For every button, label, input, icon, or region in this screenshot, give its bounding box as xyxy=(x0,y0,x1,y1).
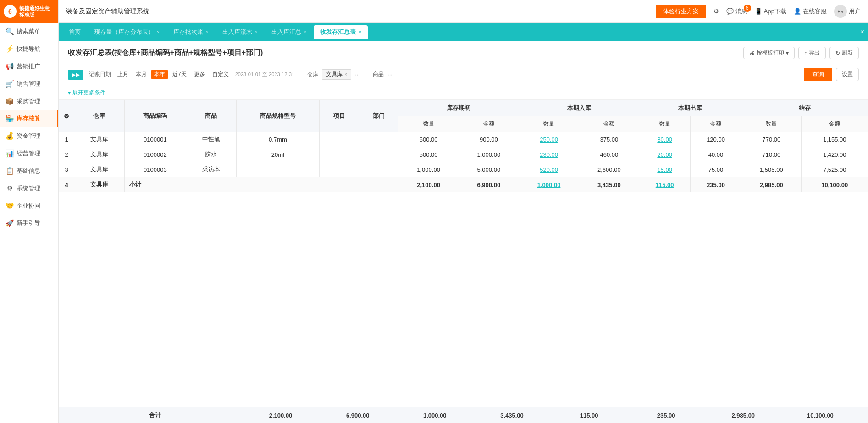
row-in-qty[interactable]: 250.00 xyxy=(519,132,579,147)
export-button[interactable]: ↑ 导出 xyxy=(798,47,826,59)
row-department xyxy=(359,147,398,162)
tab-close-receive-sum[interactable]: × xyxy=(359,30,361,35)
sidebar-icon-cooperation: 🤝 xyxy=(6,202,14,210)
subtotal-out-qty[interactable]: 115.00 xyxy=(639,177,690,192)
footer-opening-qty: 2,100.00 xyxy=(242,412,319,419)
refresh-button[interactable]: ↻ 刷新 xyxy=(829,47,859,59)
sidebar-item-system[interactable]: ⚙系统管理 xyxy=(0,180,58,197)
tab-home[interactable]: 首页 xyxy=(62,25,87,39)
sidebar-item-operations[interactable]: 📊经营管理 xyxy=(0,145,58,162)
setting-button[interactable]: 设置 xyxy=(836,68,859,81)
date-btn-本年[interactable]: 本年 xyxy=(151,70,168,79)
period-in-header: 本期入库 xyxy=(519,100,639,116)
opening-amt-header: 金额 xyxy=(459,116,519,132)
gear-header[interactable]: ⚙ xyxy=(59,100,74,132)
sidebar-icon-purchase: 📦 xyxy=(6,97,14,105)
table-row: 3 文具库 0100003 采访本 1,000.00 5,000.00 520.… xyxy=(59,162,868,177)
sidebar-label-system: 系统管理 xyxy=(17,184,40,192)
sidebar-item-purchase[interactable]: 📦采购管理 xyxy=(0,93,58,110)
row-in-qty[interactable]: 230.00 xyxy=(519,147,579,162)
warehouse-more-btn[interactable]: ··· xyxy=(355,71,360,78)
tab-close-inout-sum[interactable]: × xyxy=(304,30,307,35)
sidebar-item-quick-nav[interactable]: ⚡快捷导航 xyxy=(0,40,58,58)
goods-spec-header: 商品规格型号 xyxy=(236,100,319,132)
online-service-btn[interactable]: 👤 在线客服 xyxy=(794,7,827,16)
data-table: ⚙ 仓库 商品编码 商品 商品规格型号 项目 部门 库存期初 本期入库 本期出库… xyxy=(59,100,868,192)
subtotal-in-qty[interactable]: 1,000.00 xyxy=(519,177,579,192)
header-row-1: ⚙ 仓库 商品编码 商品 商品规格型号 项目 部门 库存期初 本期入库 本期出库… xyxy=(59,100,868,116)
tab-receive-sum[interactable]: 收发存汇总表× xyxy=(314,25,368,39)
sidebar-icon-search: 🔍 xyxy=(6,27,14,36)
tab-batch[interactable]: 库存批次账× xyxy=(167,25,215,39)
tab-inout-sum[interactable]: 出入库汇总× xyxy=(265,25,313,39)
tab-stock-dist[interactable]: 现存量（库存分布表）× xyxy=(88,25,166,39)
goods-more-btn[interactable]: ··· xyxy=(387,71,393,78)
date-btn-更多[interactable]: 更多 xyxy=(191,70,208,79)
sidebar-icon-operations: 📊 xyxy=(6,149,14,158)
sidebar-item-finance[interactable]: 💰资金管理 xyxy=(0,127,58,145)
row-goods-code: 0100002 xyxy=(124,147,186,162)
row-project xyxy=(320,132,359,147)
sidebar-item-newbie[interactable]: 🚀新手引导 xyxy=(0,214,58,232)
subtotal-out-amt: 235.00 xyxy=(690,177,741,192)
table-body: 1 文具库 0100001 中性笔 0.7mm 600.00 900.00 25… xyxy=(59,132,868,192)
row-in-qty[interactable]: 520.00 xyxy=(519,162,579,177)
sidebar-item-marketing[interactable]: 📢营销推广 xyxy=(0,58,58,75)
row-no: 3 xyxy=(59,162,74,177)
date-btn-上月[interactable]: 上月 xyxy=(115,70,131,79)
tab-close-batch[interactable]: × xyxy=(206,30,209,35)
sidebar-item-basic[interactable]: 📋基础信息 xyxy=(0,162,58,180)
tab-close-inout-flow[interactable]: × xyxy=(255,30,258,35)
row-out-amt: 40.00 xyxy=(690,147,741,162)
warehouse-tag-close[interactable]: × xyxy=(344,72,347,77)
row-warehouse: 文具库 xyxy=(74,147,125,162)
sidebar-label-quick-nav: 快捷导航 xyxy=(17,45,40,53)
date-btn-本月[interactable]: 本月 xyxy=(133,70,149,79)
out-amt-header: 金额 xyxy=(690,116,741,132)
sidebar-item-sales[interactable]: 🛒销售管理 xyxy=(0,75,58,93)
row-out-qty[interactable]: 15.00 xyxy=(639,162,690,177)
tab-label-batch: 库存批次账 xyxy=(173,28,203,36)
sidebar-icon-newbie: 🚀 xyxy=(6,219,14,227)
filter-toggle-btn[interactable]: ▶▶ xyxy=(68,70,83,80)
row-goods-name: 采访本 xyxy=(186,162,236,177)
print-button[interactable]: 🖨 按模板打印 ▾ xyxy=(743,47,795,59)
user-btn[interactable]: Ea 用户 xyxy=(834,5,861,18)
bal-qty-header: 数量 xyxy=(741,116,802,132)
tab-bar-close-btn[interactable]: × xyxy=(860,28,864,36)
refresh-label: 刷新 xyxy=(842,49,853,57)
row-out-qty[interactable]: 80.00 xyxy=(639,132,690,147)
sidebar-item-search[interactable]: 🔍搜索菜单 xyxy=(0,23,58,40)
footer-in-amt: 3,435.00 xyxy=(473,412,550,419)
query-button[interactable]: 查询 xyxy=(804,68,832,81)
department-header: 部门 xyxy=(359,100,398,132)
tab-close-stock-dist[interactable]: × xyxy=(157,30,160,35)
filter-actions: 查询 设置 xyxy=(804,68,859,81)
sidebar-label-marketing: 营销推广 xyxy=(17,62,40,71)
goods-name-header: 商品 xyxy=(186,100,236,132)
row-in-amt: 375.00 xyxy=(579,132,639,147)
app-download-btn[interactable]: 📱 App下载 xyxy=(755,7,786,16)
top-header: 装备及固定资产辅助管理系统 体验行业方案 ⚙ 💬 消息 6 📱 App下载 👤 … xyxy=(59,0,868,23)
row-bal-amt: 1,420.00 xyxy=(802,147,868,162)
row-project xyxy=(320,147,359,162)
sidebar-icon-sales: 🛒 xyxy=(6,80,14,88)
date-btn-近7天[interactable]: 近7天 xyxy=(170,70,189,79)
tab-inout-flow[interactable]: 出入库流水× xyxy=(216,25,264,39)
expand-button[interactable]: ▾ 展开更多条件 xyxy=(68,89,105,97)
row-in-amt: 2,600.00 xyxy=(579,162,639,177)
sidebar-item-cooperation[interactable]: 🤝企业协同 xyxy=(0,197,58,214)
subtotal-opening-amt: 6,900.00 xyxy=(459,177,519,192)
settings-icon-btn[interactable]: ⚙ xyxy=(713,8,719,15)
trial-button[interactable]: 体验行业方案 xyxy=(656,5,706,18)
row-out-amt: 120.00 xyxy=(690,132,741,147)
sidebar-item-inventory[interactable]: 🏪库存核算 xyxy=(0,110,58,127)
row-project xyxy=(320,162,359,177)
date-range-display: 2023-01-01 至 2023-12-31 xyxy=(235,71,295,78)
page-title: 收发存汇总表(按仓库+商品编码+商品+规格型号+项目+部门) xyxy=(68,48,263,58)
row-out-qty[interactable]: 20.00 xyxy=(639,147,690,162)
message-btn[interactable]: 💬 消息 6 xyxy=(726,7,747,16)
sidebar: 6 畅捷通好生意 标准版 🔍搜索菜单⚡快捷导航📢营销推广🛒销售管理📦采购管理🏪库… xyxy=(0,0,59,423)
sidebar-label-cooperation: 企业协同 xyxy=(17,202,40,210)
date-btn-自定义[interactable]: 自定义 xyxy=(210,70,232,79)
